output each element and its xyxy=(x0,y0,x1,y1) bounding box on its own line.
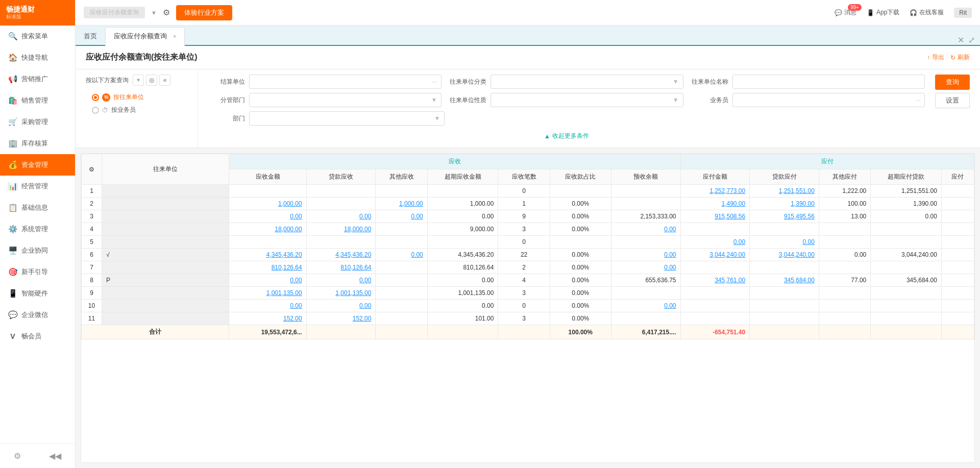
row-num: 1 xyxy=(82,185,102,198)
row-partner-name xyxy=(102,223,229,236)
row-ar-loan xyxy=(306,236,376,249)
row-ar-prepay xyxy=(611,185,680,198)
row-ar-count: 4 xyxy=(498,274,550,287)
row-ar-overdue: 0.00 xyxy=(427,274,498,287)
row-ar-count: 3 xyxy=(498,287,550,300)
sidebar-item-operations[interactable]: 📊 经营管理 xyxy=(0,176,75,197)
dept-manager-arrow: ▼ xyxy=(431,96,437,104)
row-ar-count: 2 xyxy=(498,261,550,274)
row-ar-amount: 0.00 xyxy=(229,210,306,223)
refresh-btn[interactable]: ↻ 刷新 xyxy=(950,53,970,62)
row-ar-ratio: 0.00% xyxy=(550,210,611,223)
dept-input[interactable]: ▼ xyxy=(249,111,445,126)
row-ar-count: 22 xyxy=(498,249,550,261)
th-settings[interactable]: ⚙ xyxy=(82,154,102,185)
expand-scheme-icon[interactable]: « xyxy=(159,75,170,86)
topbar-dropdown-arrow[interactable]: ▼ xyxy=(151,10,157,16)
app-download-label: App下载 xyxy=(876,8,899,17)
sidebar-item-wechat[interactable]: 💬 企业微信 xyxy=(0,304,75,326)
filter-collapse-btn[interactable]: ▲ 收起更多条件 xyxy=(208,130,925,142)
row-ar-count: 0 xyxy=(498,185,550,198)
tab-close-icon[interactable]: × xyxy=(173,33,176,39)
partner-category-label: 往来单位分类 xyxy=(450,78,491,86)
collapse-icon[interactable]: ◀◀ xyxy=(46,448,64,464)
row-num: 8 xyxy=(82,274,102,287)
scheme-by-salesperson[interactable]: ⏱ 按业务员 xyxy=(86,104,198,116)
row-ap-amount xyxy=(680,261,750,274)
table-container[interactable]: ⚙ 往来单位 应收 应付 应收金额 贷款应收 其他应收 超期应收金额 应收笔数 … xyxy=(81,153,975,463)
sidebar-item-enterprise[interactable]: 🖥️ 企业协同 xyxy=(0,240,75,261)
online-service-btn[interactable]: 🎧 在线客服 xyxy=(910,8,944,17)
tab-expand-icon[interactable]: ⤢ xyxy=(968,35,975,45)
notification-btn[interactable]: 💬 消息 99+ xyxy=(835,8,856,17)
sidebar-item-vip[interactable]: V 畅会员 xyxy=(0,326,75,347)
tab-close-all-icon[interactable]: ✕ xyxy=(958,35,964,45)
app-download-btn[interactable]: 📱 App下载 xyxy=(867,8,899,17)
dept-manager-input[interactable]: ▼ xyxy=(249,93,442,107)
row-ap-loan: 915,495.56 xyxy=(750,210,819,223)
dept-arrow: ▼ xyxy=(434,115,440,122)
row-ar-prepay: 0.00 xyxy=(611,223,680,236)
sidebar-item-marketing[interactable]: 📢 营销推广 xyxy=(0,68,75,90)
table-settings-icon[interactable]: ⚙ xyxy=(89,166,94,173)
row-ap-suffix xyxy=(941,223,974,236)
row-ar-prepay: 655,636.75 xyxy=(611,274,680,287)
filter-scheme-bar: 按以下方案查询 + ◎ « xyxy=(86,75,198,86)
row-ar-prepay: 0.00 xyxy=(611,261,680,274)
th-ap-overdue: 超期应付贷款 xyxy=(871,169,942,185)
row-ar-overdue: 1,000.00 xyxy=(427,198,498,210)
export-btn[interactable]: ↑ 导出 xyxy=(927,53,944,62)
row-ap-amount: 1,252,773.00 xyxy=(680,185,750,198)
row-ar-other: 0.00 xyxy=(376,249,427,261)
sidebar-item-label: 企业协同 xyxy=(21,246,48,255)
th-ar-prepay: 预收余额 xyxy=(611,169,680,185)
settings-bottom-icon[interactable]: ⚙ xyxy=(11,448,24,464)
partner-nature-input[interactable]: ▼ xyxy=(491,93,683,107)
row-ar-amount xyxy=(229,185,306,198)
user-avatar-btn[interactable]: Rit xyxy=(954,8,972,18)
dept-manager-label: 分管部门 xyxy=(208,96,249,105)
sidebar-item-smart-hw[interactable]: 📱 智能硬件 xyxy=(0,283,75,304)
sidebar-item-purchase[interactable]: 🛒 采购管理 xyxy=(0,111,75,133)
tab-ar-ap-query[interactable]: 应收应付余额查询 × xyxy=(105,27,185,46)
row-partner-name: P xyxy=(102,274,229,287)
sidebar-item-finance[interactable]: 💰 资金管理 xyxy=(0,154,75,176)
scheme-radio-dot xyxy=(94,96,97,99)
row-ar-ratio: 0.00% xyxy=(550,287,611,300)
sidebar-item-quick-nav[interactable]: 🏠 快捷导航 xyxy=(0,47,75,68)
row-ar-loan: 0.00 xyxy=(306,274,376,287)
row-partner-name xyxy=(102,236,229,249)
add-scheme-icon[interactable]: + xyxy=(133,75,144,86)
partner-name-input[interactable] xyxy=(732,75,925,89)
edit-scheme-icon[interactable]: ◎ xyxy=(146,75,157,86)
sidebar-item-sales[interactable]: 🛍️ 销售管理 xyxy=(0,90,75,111)
row-num: 10 xyxy=(82,300,102,312)
scheme-by-partner[interactable]: 畅 按往来单位 xyxy=(86,91,198,104)
partner-category-input[interactable]: ▼ xyxy=(491,75,683,89)
row-ap-overdue xyxy=(871,287,942,300)
row-num: 11 xyxy=(82,312,102,325)
table-row: 11 152.00 152.00 101.00 3 0.00% xyxy=(82,312,974,325)
query-button[interactable]: 查询 xyxy=(935,75,970,90)
row-ap-suffix xyxy=(941,287,974,300)
settlement-input[interactable]: ··· xyxy=(249,75,442,89)
sidebar-item-inventory[interactable]: 🏢 库存核算 xyxy=(0,133,75,154)
trial-industry-btn[interactable]: 体验行业方案 xyxy=(176,5,232,20)
sidebar-item-search-menu[interactable]: 🔍 搜索菜单 xyxy=(0,26,75,47)
sales-icon: 🛍️ xyxy=(8,96,17,105)
sidebar-item-system[interactable]: ⚙️ 系统管理 xyxy=(0,218,75,240)
salesperson-input[interactable]: ··· xyxy=(732,93,925,107)
finance-icon: 💰 xyxy=(8,160,17,169)
sidebar-item-basic-info[interactable]: 📋 基础信息 xyxy=(0,197,75,218)
filter-main: 结算单位 ··· 往来单位分类 ▼ 往来单位名称 xyxy=(198,69,935,147)
set-button[interactable]: 设置 xyxy=(935,93,970,108)
sidebar-item-newbie[interactable]: 🎯 新手引导 xyxy=(0,261,75,283)
row-ap-suffix xyxy=(941,300,974,312)
th-ar-count: 应收笔数 xyxy=(498,169,550,185)
row-ar-overdue: 810,126.64 xyxy=(427,261,498,274)
tab-home[interactable]: 首页 xyxy=(76,28,105,45)
row-ar-other xyxy=(376,185,427,198)
row-ar-amount: 810,126.64 xyxy=(229,261,306,274)
row-ar-count: 9 xyxy=(498,210,550,223)
topbar-gear-icon[interactable]: ⚙ xyxy=(163,8,170,17)
